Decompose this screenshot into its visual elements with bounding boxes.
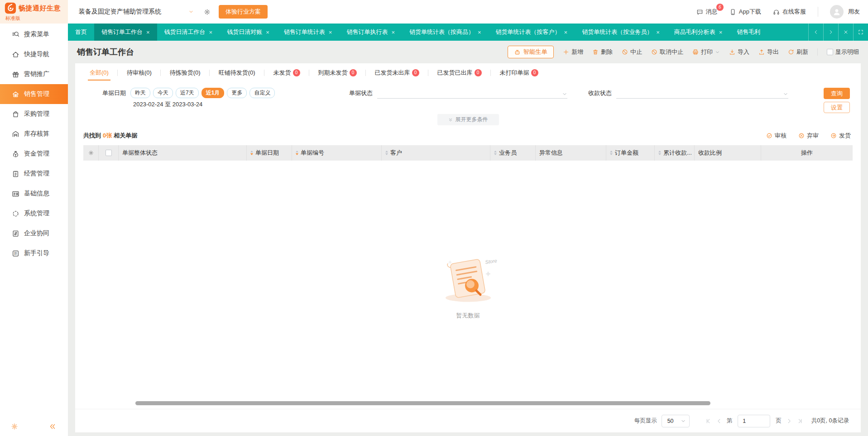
date-preset-今天[interactable]: 今天	[153, 88, 173, 98]
tab-close-icon[interactable]: ×	[478, 29, 481, 35]
status-tab-待拣验货(0)[interactable]: 待拣验货(0)	[161, 63, 210, 82]
status-tab-未发货[interactable]: 未发货0	[264, 63, 309, 82]
settings-gear-icon[interactable]	[204, 9, 211, 15]
sidebar-item-采购管理[interactable]: 采购管理	[0, 104, 68, 124]
toolbar-action-打印[interactable]: 打印	[692, 48, 720, 56]
sort-arrows-icon[interactable]	[658, 151, 661, 155]
tab-销售毛利[interactable]: 销售毛利	[729, 24, 767, 41]
last-page-button[interactable]	[797, 418, 803, 424]
tab-close-icon[interactable]: ×	[146, 29, 150, 35]
sidebar-item-新手引导[interactable]: 新新手引导	[0, 243, 68, 263]
sort-arrows-icon[interactable]	[296, 151, 298, 155]
tab-close-icon[interactable]: ×	[266, 29, 269, 35]
toolbar-action-新增[interactable]: 新增	[563, 48, 583, 56]
column-header-业务员[interactable]: 业务员	[490, 145, 536, 161]
tab-close-icon[interactable]: ×	[564, 29, 568, 35]
sort-arrows-icon[interactable]	[385, 151, 388, 155]
toolbar-checkbox-显示明细[interactable]: 显示明细	[827, 48, 859, 56]
sidebar-collapse-icon[interactable]	[49, 423, 56, 430]
tab-销售订单执行表[interactable]: 销售订单执行表×	[339, 24, 402, 41]
app-download-button[interactable]: App下载	[729, 8, 761, 16]
toolbar-action-导出[interactable]: 导出	[758, 48, 779, 56]
sidebar-item-资金管理[interactable]: 资金管理	[0, 144, 68, 164]
online-service-button[interactable]: 在线客服	[773, 8, 806, 16]
date-preset-更多[interactable]: 更多	[227, 88, 247, 98]
status-tab-全部(0)[interactable]: 全部(0)	[81, 63, 118, 82]
horizontal-scrollbar-thumb[interactable]	[135, 401, 710, 405]
tabs-scroll-left-button[interactable]	[808, 24, 823, 41]
first-page-button[interactable]	[705, 418, 711, 424]
per-page-select[interactable]: 50	[662, 415, 690, 427]
tab-close-icon[interactable]: ×	[209, 29, 213, 35]
sidebar-item-企业协同[interactable]: 企业协同	[0, 223, 68, 243]
sidebar-item-快捷导航[interactable]: 快捷导航	[0, 44, 68, 64]
toolbar-action-刷新[interactable]: 刷新	[788, 48, 808, 56]
tab-销售订单工作台[interactable]: 销售订单工作台×	[94, 24, 157, 41]
sidebar-item-系统管理[interactable]: 系统管理	[0, 204, 68, 223]
column-header-累计收款...[interactable]: 累计收款...	[655, 145, 695, 161]
tab-close-icon[interactable]: ×	[719, 29, 723, 35]
toolbar-action-导入[interactable]: 导入	[729, 48, 749, 56]
sidebar-settings-gear-icon[interactable]	[11, 423, 18, 430]
toolbar-button-智能生单[interactable]: 智能生单	[508, 46, 554, 58]
toolbar-action-删除[interactable]: 删除	[592, 48, 613, 56]
trial-button[interactable]: 体验行业方案	[219, 5, 268, 19]
status-tab-已发货已出库[interactable]: 已发货已出库0	[428, 63, 491, 82]
sidebar-item-搜索菜单[interactable]: 搜索菜单	[0, 24, 68, 44]
tab-销货单统计表（按客户）[interactable]: 销货单统计表（按客户）×	[489, 24, 575, 41]
column-header-单据日期[interactable]: 单据日期	[247, 145, 292, 161]
tab-钱货日清对账[interactable]: 钱货日清对账×	[220, 24, 277, 41]
tab-销货单统计表（按商品）[interactable]: 销货单统计表（按商品）×	[402, 24, 489, 41]
status-tab-未打印单据[interactable]: 未打印单据0	[491, 63, 547, 82]
status-tab-到期未发货[interactable]: 到期未发货0	[309, 63, 366, 82]
sort-arrows-icon[interactable]	[494, 151, 497, 155]
tab-close-icon[interactable]: ×	[329, 29, 332, 35]
system-select[interactable]: 装备及固定资产辅助管理系统	[79, 8, 194, 16]
column-header-单据编号[interactable]: 单据编号	[292, 145, 382, 161]
fullscreen-button[interactable]	[853, 24, 868, 41]
status-tab-已发货未出库[interactable]: 已发货未出库0	[366, 63, 428, 82]
username[interactable]: 用友	[848, 8, 860, 16]
tabs-scroll-right-button[interactable]	[823, 24, 838, 41]
avatar[interactable]	[830, 5, 844, 19]
sidebar-item-基础信息[interactable]: 基础信息	[0, 184, 68, 204]
toolbar-action-中止[interactable]: 中止	[622, 48, 642, 56]
settings-button[interactable]: 设置	[824, 102, 850, 113]
sidebar-item-库存核算[interactable]: 库存核算	[0, 124, 68, 144]
sort-arrows-icon[interactable]	[610, 151, 613, 155]
date-preset-近7天[interactable]: 近7天	[176, 88, 199, 98]
tab-销货单统计表（按业务员）[interactable]: 销货单统计表（按业务员）×	[575, 24, 667, 41]
action-发货[interactable]: 发货	[830, 132, 851, 140]
sidebar-item-经营管理[interactable]: 经营管理	[0, 164, 68, 184]
tab-首页[interactable]: 首页	[68, 24, 94, 41]
tab-close-icon[interactable]: ×	[391, 29, 395, 35]
column-settings-gear[interactable]	[83, 145, 99, 161]
tabs-close-all-button[interactable]	[838, 24, 853, 41]
status-tab-待审核(0)[interactable]: 待审核(0)	[118, 63, 161, 82]
sidebar-item-营销推广[interactable]: 营销推广	[0, 64, 68, 84]
expand-more-button[interactable]: 展开更多条件	[437, 114, 499, 125]
next-page-button[interactable]	[786, 418, 792, 424]
tab-销售订单统计表[interactable]: 销售订单统计表×	[277, 24, 340, 41]
messages-button[interactable]: 消息 6	[696, 8, 718, 16]
select-all-checkbox[interactable]	[99, 145, 119, 161]
tab-商品毛利分析表[interactable]: 商品毛利分析表×	[667, 24, 730, 41]
doc-status-select[interactable]	[377, 88, 567, 99]
prev-page-button[interactable]	[716, 418, 722, 424]
status-tab-旺铺待发货(0)[interactable]: 旺铺待发货(0)	[210, 63, 264, 82]
page-input[interactable]: 1	[738, 415, 770, 427]
sort-arrows-icon[interactable]	[250, 151, 253, 155]
date-preset-昨天[interactable]: 昨天	[130, 88, 150, 98]
date-preset-近1月[interactable]: 近1月	[201, 88, 225, 98]
column-header-客户[interactable]: 客户	[382, 145, 490, 161]
tab-钱货日清工作台[interactable]: 钱货日清工作台×	[157, 24, 220, 41]
search-button[interactable]: 查询	[824, 88, 850, 99]
date-preset-自定义[interactable]: 自定义	[249, 88, 275, 98]
sidebar-item-销售管理[interactable]: 销售管理	[0, 84, 68, 104]
action-审核[interactable]: 审核	[766, 132, 786, 140]
toolbar-action-取消中止[interactable]: 取消中止	[651, 48, 683, 56]
date-range-value[interactable]: 2023-02-24 至 2023-03-24	[133, 100, 275, 109]
column-header-订单金额[interactable]: 订单金额	[606, 145, 655, 161]
checkbox-icon[interactable]	[827, 49, 833, 55]
payment-status-select[interactable]	[616, 88, 788, 99]
